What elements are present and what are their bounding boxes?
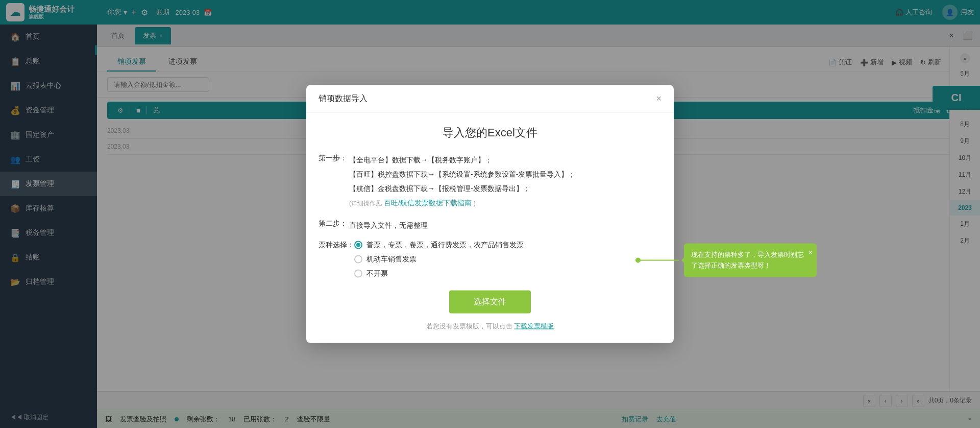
- template-link[interactable]: 下载发票模版: [514, 322, 554, 330]
- tooltip-bubble: × 现在支持的票种多了，导入发票时别忘了选择正确的发票类型呀！: [684, 244, 817, 277]
- tooltip-text: 现在支持的票种多了，导入发票时别忘了选择正确的发票类型呀！: [691, 251, 804, 269]
- radio-label-3: 不开票: [366, 269, 388, 278]
- radio-circle-3: [354, 270, 362, 278]
- tooltip-line: [638, 259, 679, 260]
- dialog-title: 销项数据导入: [318, 93, 368, 104]
- dialog-body: 导入您的Excel文件 第一步： 【全电平台】数据下载→【税务数字账户】； 【百…: [306, 113, 674, 343]
- step1-row: 第一步： 【全电平台】数据下载→【税务数字账户】； 【百旺】税控盘数据下载→【系…: [318, 153, 662, 210]
- step1-label: 第一步：: [318, 154, 349, 163]
- tooltip-dot: [635, 257, 641, 263]
- import-dialog: 销项数据导入 × 导入您的Excel文件 第一步： 【全电平台】数据下载→【税务…: [306, 85, 674, 343]
- radio-group: 普票，专票，卷票，通行费发票，农产品销售发票 机动车销售发票 不开票: [354, 241, 524, 278]
- dialog-header: 销项数据导入 ×: [306, 85, 674, 113]
- step2-row: 第二步： 直接导入文件，无需整理: [318, 218, 662, 232]
- step1-line2: 【百旺】税控盘数据下载→【系统设置-系统参数设置-发票批量导入】；: [349, 167, 662, 181]
- ticket-label: 票种选择：: [318, 241, 354, 250]
- step1-link: (详细操作见 百旺/航信发票数据下载指南 ): [349, 196, 662, 210]
- step2-label: 第二步：: [318, 219, 349, 228]
- step2-content: 直接导入文件，无需整理: [349, 218, 662, 232]
- step1-line1: 【全电平台】数据下载→【税务数字账户】；: [349, 153, 662, 167]
- template-row: 若您没有发票模版，可以点击 下载发票模版: [318, 322, 662, 331]
- step1-content: 【全电平台】数据下载→【税务数字账户】； 【百旺】税控盘数据下载→【系统设置-系…: [349, 153, 662, 210]
- select-file-btn[interactable]: 选择文件: [449, 291, 531, 314]
- dialog-close-btn[interactable]: ×: [656, 93, 662, 104]
- radio-dot-1: [356, 243, 360, 247]
- guide-link[interactable]: 百旺/航信发票数据下载指南: [384, 199, 472, 207]
- radio-circle-2: [354, 255, 362, 264]
- radio-label-2: 机动车销售发票: [366, 255, 416, 264]
- ticket-selection-row: 票种选择： 普票，专票，卷票，通行费发票，农产品销售发票 机动车销售发票 不开票: [318, 241, 662, 278]
- template-text: 若您没有发票模版，可以点击: [426, 322, 512, 330]
- step1-line3: 【航信】金税盘数据下载→【报税管理-发票数据导出】；: [349, 181, 662, 196]
- radio-option-3[interactable]: 不开票: [354, 269, 524, 278]
- radio-option-1[interactable]: 普票，专票，卷票，通行费发票，农产品销售发票: [354, 241, 524, 250]
- radio-circle-1: [354, 241, 362, 249]
- tooltip-close-btn[interactable]: ×: [808, 247, 813, 258]
- radio-option-2[interactable]: 机动车销售发票: [354, 255, 524, 264]
- radio-label-1: 普票，专票，卷票，通行费发票，农产品销售发票: [366, 241, 524, 250]
- dialog-main-title: 导入您的Excel文件: [318, 125, 662, 140]
